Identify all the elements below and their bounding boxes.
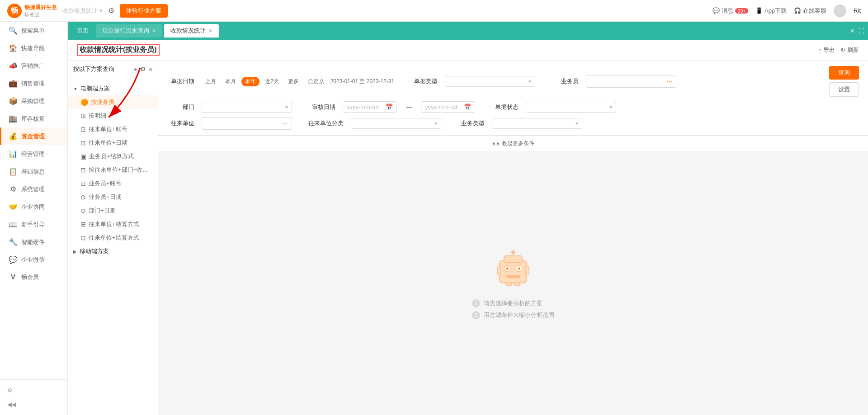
tab-close-window-icon[interactable]: ✕	[850, 28, 855, 34]
date-tab-last-month[interactable]: 上月	[202, 77, 220, 86]
sidebar-item-basic[interactable]: 📋 基础信息	[0, 163, 67, 180]
online-service-button[interactable]: 🎧 在线客服	[794, 7, 826, 15]
date-separator: —	[404, 104, 414, 110]
tree-item-unit-date-icon: ⊡	[80, 139, 86, 146]
tree-item-unit-settle1[interactable]: ⊞ 往来单位+结算方式	[68, 217, 158, 231]
breadcrumb-text: 收款情况统计	[62, 7, 98, 15]
sidebar-settings-button[interactable]: ⚙	[0, 383, 67, 397]
scheme-settings-icon[interactable]: ⚙	[140, 66, 146, 73]
sidebar-item-wechat[interactable]: 💬 企业微信	[0, 251, 67, 269]
date-tab-custom[interactable]: 自定义	[304, 77, 328, 86]
tree-item-unit-settle2-icon: ⊡	[80, 234, 86, 241]
left-panel-title: 按以下方案查询	[73, 65, 114, 73]
tab-receipt-close[interactable]: ✕	[208, 28, 212, 34]
sidebar-label-finance: 资金管理	[21, 132, 45, 141]
tab-cashflow[interactable]: 现金银行流水查询 ✕	[96, 24, 162, 38]
query-button[interactable]: 查询	[829, 66, 859, 80]
calendar-icon-end[interactable]: 📅	[464, 104, 471, 110]
calendar-icon-start[interactable]: 📅	[386, 104, 393, 110]
counterpart-cat-select[interactable]: ▾	[351, 118, 441, 129]
tree-item-detail[interactable]: ⊞ 按明细	[68, 109, 158, 123]
salesman-select[interactable]: ···	[586, 75, 676, 88]
tree-item-salesman-settle[interactable]: ▣ 业务员+结算方式	[68, 150, 158, 163]
tree-item-dept-date[interactable]: ⊙ 部门+日期	[68, 204, 158, 217]
sidebar-item-newbie[interactable]: 📖 新手引导	[0, 216, 67, 233]
tree-item-unit-settle2[interactable]: ⊡ 往来单位+结算方式	[68, 231, 158, 245]
tree-item-salesman-settle-icon: ▣	[80, 153, 86, 160]
content-area: 首页 现金银行流水查询 ✕ 收款情况统计 ✕ ✕ ⛶ 收款情况统计(按业务员) …	[68, 22, 868, 415]
svg-point-6	[506, 267, 509, 270]
date-tab-this-month[interactable]: 本月	[222, 77, 240, 86]
sidebar-item-operation[interactable]: 📊 经营管理	[0, 145, 67, 163]
counterpart-more-icon[interactable]: ···	[282, 119, 288, 127]
sidebar-label-search: 搜索菜单	[21, 27, 45, 35]
doc-type-select[interactable]: ▾	[445, 76, 535, 87]
tree-item-salesman-account[interactable]: ⊡ 业务员+账号	[68, 177, 158, 190]
tab-maximize-icon[interactable]: ⛶	[859, 28, 864, 34]
review-date-start[interactable]: yyyy-mm-dd 📅	[343, 101, 397, 113]
counterpart-label: 往来单位	[167, 119, 194, 127]
counterpart-select[interactable]: ···	[202, 117, 292, 130]
sidebar-item-collab[interactable]: 🤝 企业协同	[0, 198, 67, 216]
left-panel-header: 按以下方案查询 + ⚙ «	[68, 61, 158, 78]
tree-mobile-group[interactable]: ▶ 移动端方案	[68, 245, 158, 258]
doc-date-label: 单据日期	[167, 77, 194, 85]
tree-item-salesman-date-label: 业务员+日期	[89, 193, 122, 201]
tree-item-unit-dept[interactable]: ⊡ 按往来单位+部门+收...	[68, 163, 158, 177]
tree-item-unit-settle1-icon: ⊞	[80, 221, 86, 228]
tab-receipt[interactable]: 收款情况统计 ✕	[164, 24, 219, 38]
sidebar-item-hardware[interactable]: 🔧 智能硬件	[0, 233, 67, 251]
sidebar-item-system[interactable]: ⚙ 系统管理	[0, 180, 67, 198]
date-tab-this-year[interactable]: 本年	[241, 77, 259, 86]
doc-status-select[interactable]: ▾	[526, 102, 616, 113]
tree-desktop-group[interactable]: ▼ 电脑端方案	[68, 82, 158, 95]
empty-robot-icon	[491, 247, 536, 292]
sidebar: 🔍 搜索菜单 🏠 快捷导航 📣 营销推广 💼 销售管理 📦 采购管理 🏬 库存核…	[0, 22, 68, 415]
review-date-end[interactable]: yyyy-mm-dd 📅	[421, 101, 475, 113]
export-button[interactable]: ↑ 导出	[819, 46, 835, 54]
message-badge: 99+	[735, 8, 748, 14]
app-download-button[interactable]: 📱 App下载	[755, 7, 787, 15]
user-avatar[interactable]	[834, 5, 846, 17]
sidebar-label-newbie: 新手引导	[21, 221, 45, 229]
sidebar-item-quicknav[interactable]: 🏠 快捷导航	[0, 39, 67, 57]
tree-item-unit-settle1-label: 往来单位+结算方式	[89, 220, 139, 228]
collapse-bar[interactable]: ∧∧ 收起更多条件	[158, 136, 868, 151]
salesman-more-icon[interactable]: ···	[666, 77, 672, 85]
home-icon: 🏠	[9, 44, 18, 52]
tree-item-unit-account[interactable]: ⊡ 往来单位+账号	[68, 123, 158, 136]
sidebar-item-sales[interactable]: 💼 销售管理	[0, 75, 67, 92]
doc-type-label: 单据类型	[410, 77, 438, 85]
collapse-panel-icon[interactable]: «	[149, 66, 152, 73]
step-num-2: 2	[472, 311, 480, 319]
settings-icon[interactable]: ⚙	[108, 6, 114, 15]
biz-type-select[interactable]: ▾	[492, 118, 582, 129]
tab-cashflow-close[interactable]: ✕	[152, 28, 156, 34]
sidebar-item-inventory[interactable]: 🏬 库存核算	[0, 110, 67, 127]
newbie-icon: 📖	[9, 220, 18, 229]
date-tab-7days[interactable]: 近7天	[261, 77, 283, 86]
sidebar-item-member[interactable]: V 畅会员	[0, 269, 67, 286]
refresh-button[interactable]: ↻ 刷新	[840, 46, 859, 54]
trial-button[interactable]: 体验行业方案	[120, 4, 168, 18]
tree-item-salesman-date[interactable]: ⊙ 业务员+日期	[68, 190, 158, 204]
sidebar-item-marketing[interactable]: 📣 营销推广	[0, 57, 67, 75]
date-tab-more[interactable]: 更多	[284, 77, 302, 86]
svg-rect-10	[525, 266, 529, 275]
dept-select[interactable]: ▾	[202, 102, 292, 113]
svg-point-3	[511, 250, 515, 254]
tree-item-salesman[interactable]: 🟠 按业务员	[68, 95, 158, 109]
sidebar-item-search[interactable]: 🔍 搜索菜单	[0, 22, 67, 39]
messages-button[interactable]: 💬 消息 99+	[712, 7, 748, 15]
add-scheme-icon[interactable]: +	[134, 66, 137, 73]
salesman-label: 业务员	[552, 77, 579, 85]
tab-home[interactable]: 首页	[71, 24, 94, 38]
sidebar-collapse-button[interactable]: ◀◀	[0, 397, 67, 411]
sidebar-item-purchase[interactable]: 📦 采购管理	[0, 92, 67, 110]
sidebar-item-finance[interactable]: 💰 资金管理	[0, 127, 67, 145]
tree-item-unit-date[interactable]: ⊡ 往来单位+日期	[68, 136, 158, 150]
tree-item-unit-dept-icon: ⊡	[80, 166, 86, 174]
doc-date-value: 上月 本月 本年 近7天 更多 自定义 2023-01-01 至 2023-12…	[202, 77, 394, 86]
headset-icon: 🎧	[794, 7, 801, 14]
set-button[interactable]: 设置	[829, 82, 859, 97]
